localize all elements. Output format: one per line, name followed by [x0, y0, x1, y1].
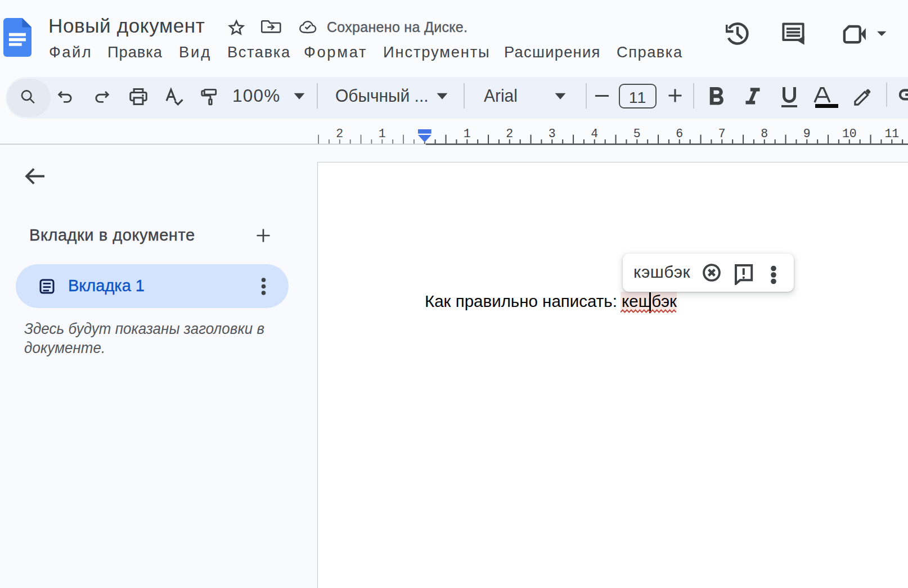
svg-text:1: 1 — [379, 127, 386, 141]
svg-text:6: 6 — [676, 127, 683, 141]
svg-text:5: 5 — [633, 127, 641, 141]
svg-text:1: 1 — [464, 127, 471, 141]
svg-text:11: 11 — [884, 127, 899, 141]
svg-text:9: 9 — [803, 127, 811, 141]
svg-text:4: 4 — [591, 127, 598, 141]
svg-text:10: 10 — [842, 127, 857, 141]
svg-text:2: 2 — [506, 127, 513, 141]
svg-text:8: 8 — [761, 127, 768, 141]
svg-text:3: 3 — [549, 127, 556, 141]
svg-text:2: 2 — [336, 127, 343, 141]
svg-text:7: 7 — [718, 127, 726, 141]
